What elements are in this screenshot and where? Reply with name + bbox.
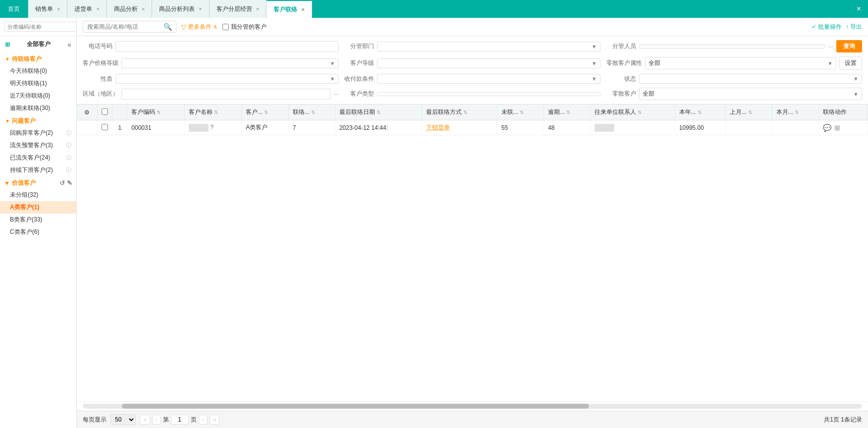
region-label: 区域（地区） bbox=[83, 90, 118, 98]
th-last-contact-method[interactable]: 最后联络方式 ⇅ bbox=[422, 105, 497, 120]
my-customers-check[interactable] bbox=[222, 24, 229, 30]
sidebar-item-declining[interactable]: 持续下滑客户(2) ⓘ bbox=[0, 164, 76, 176]
export-icon: ↑ bbox=[846, 23, 849, 30]
select-all-checkbox[interactable] bbox=[102, 108, 108, 115]
filter-search-input[interactable] bbox=[87, 23, 162, 30]
prev-page-btn[interactable]: ‹ bbox=[152, 415, 161, 425]
tab-customer-segment-close[interactable]: × bbox=[256, 6, 259, 12]
filter-search-box: 🔍 bbox=[83, 21, 176, 33]
dept-select[interactable]: ▼ bbox=[377, 42, 600, 52]
td-last-contact-method[interactable]: 下销货单 bbox=[422, 120, 497, 135]
filter-more-conditions[interactable]: ▽ 更多条件 ∧ bbox=[181, 23, 217, 31]
gear-icon[interactable]: ⚙ bbox=[84, 109, 90, 116]
tab-sales[interactable]: 销售单 × bbox=[28, 0, 67, 18]
tab-analysis-close[interactable]: × bbox=[142, 6, 145, 12]
status-select[interactable]: ▼ bbox=[639, 74, 862, 84]
my-customers-checkbox[interactable]: 我分管的客户 bbox=[222, 23, 267, 31]
sidebar-item-today[interactable]: 今天待联络(0) bbox=[0, 65, 76, 77]
retail-customer-select[interactable]: 全部 ▼ bbox=[639, 88, 862, 100]
name-sort-icon: ⇅ bbox=[214, 109, 218, 115]
tab-analysis-list[interactable]: 商品分析列表 × bbox=[152, 0, 209, 18]
region-input[interactable] bbox=[121, 89, 330, 100]
person-select[interactable] bbox=[639, 45, 825, 49]
last-page-btn[interactable]: » bbox=[210, 415, 220, 425]
tab-customer-contact[interactable]: 客户联络 × bbox=[267, 0, 312, 18]
person-dots[interactable]: ··· bbox=[828, 43, 833, 50]
sidebar-item-churn-warning[interactable]: 流失预警客户(3) ⓘ bbox=[0, 139, 76, 152]
funnel-icon: ▽ bbox=[181, 23, 186, 31]
qr-icon[interactable]: ⊞ bbox=[834, 124, 840, 132]
scrollbar-thumb[interactable] bbox=[122, 404, 590, 409]
filter-row-region: 区域（地区） ··· bbox=[83, 88, 338, 100]
query-button[interactable]: 查询 bbox=[836, 40, 862, 53]
tab-analysis-list-close[interactable]: × bbox=[199, 6, 202, 12]
tab-customer-contact-label: 客户联络 bbox=[273, 5, 297, 14]
next-page-btn[interactable]: › bbox=[199, 415, 208, 425]
first-page-btn[interactable]: « bbox=[140, 415, 150, 425]
th-name[interactable]: 客户名称 ⇅ bbox=[184, 105, 242, 120]
th-this-month[interactable]: 本月... ⇅ bbox=[772, 105, 818, 120]
value-edit-icon[interactable]: ✎ bbox=[67, 179, 72, 187]
sidebar-item-a-class[interactable]: A类客户(1) bbox=[0, 201, 76, 214]
sidebar-item-tomorrow[interactable]: 明天待联络(1) bbox=[0, 77, 76, 90]
tab-customer-segment[interactable]: 客户分层经营 × bbox=[210, 0, 267, 18]
sidebar-value-group[interactable]: ▼ 价值客户 ↺ ✎ bbox=[0, 176, 76, 189]
th-no-contact[interactable]: 未联... ⇅ bbox=[497, 105, 543, 120]
bulk-ops-btn[interactable]: ✓ 批量操作 bbox=[812, 23, 842, 31]
customer-type-select[interactable] bbox=[377, 92, 600, 96]
sidebar-search-input[interactable] bbox=[4, 22, 77, 32]
customer-name: ? bbox=[210, 124, 214, 131]
th-category[interactable]: 客户... ⇅ bbox=[242, 105, 288, 120]
nature-select[interactable]: ▼ bbox=[115, 74, 338, 84]
th-contact[interactable]: 联络... ⇅ bbox=[288, 105, 335, 120]
last-contact-method[interactable]: 下销货单 bbox=[426, 124, 450, 131]
tab-purchase[interactable]: 进货单 × bbox=[67, 0, 107, 18]
sidebar: 🔍 ⊞ 全部客户 « ▼ 待联络客户 今天待联络(0) 明天待联络(1) 近7天… bbox=[0, 18, 77, 428]
sidebar-item-b-class[interactable]: B类客户(33) bbox=[0, 214, 76, 226]
sidebar-item-ungrouped[interactable]: 未分组(32) bbox=[0, 189, 76, 201]
sidebar-item-repurchase-anomaly[interactable]: 回购异常客户(2) ⓘ bbox=[0, 127, 76, 139]
th-last-month[interactable]: 上月... ⇅ bbox=[725, 105, 772, 120]
filter-row-dept: 分管部门 ▼ bbox=[344, 40, 600, 53]
settings-button[interactable]: 设置 bbox=[839, 56, 862, 70]
tab-analysis[interactable]: 商品分析 × bbox=[107, 0, 152, 18]
td-checkbox bbox=[98, 120, 112, 135]
tab-customer-contact-close[interactable]: × bbox=[301, 6, 304, 12]
row-checkbox[interactable] bbox=[102, 124, 108, 130]
filter-row-price-level: 客户价格等级 ▼ bbox=[83, 56, 338, 70]
region-dots[interactable]: ··· bbox=[333, 91, 338, 98]
pending-group-label: 待联络客户 bbox=[12, 55, 42, 63]
value-refresh-icon[interactable]: ↺ bbox=[59, 179, 65, 187]
payment-select[interactable]: ▼ bbox=[377, 74, 600, 84]
sidebar-problem-group[interactable]: ▼ 问题客户 bbox=[0, 114, 76, 127]
th-overdue[interactable]: 逾期... ⇅ bbox=[544, 105, 591, 120]
filter-row-retail-attr: 零散客户属性 全部 ▼ 设置 bbox=[606, 56, 862, 70]
tab-bar-close[interactable]: × bbox=[850, 0, 868, 18]
horizontal-scrollbar[interactable] bbox=[83, 404, 862, 409]
sidebar-item-c-class[interactable]: C类客户(6) bbox=[0, 226, 76, 238]
value-group-label: 价值客户 bbox=[12, 179, 36, 187]
sidebar-item-overdue[interactable]: 逾期未联络(30) bbox=[0, 102, 76, 114]
all-customers-header[interactable]: ⊞ 全部客户 « bbox=[0, 36, 76, 53]
th-last-contact-date[interactable]: 最后联络日期 ⇅ bbox=[335, 105, 422, 120]
customer-level-select[interactable]: ▼ bbox=[377, 58, 600, 68]
th-unit-contact[interactable]: 往来单位联系人 ⇅ bbox=[591, 105, 675, 120]
th-code[interactable]: 客户编码 ⇅ bbox=[127, 105, 185, 120]
sidebar-item-churned[interactable]: 已流失客户(24) ⓘ bbox=[0, 152, 76, 164]
tab-purchase-close[interactable]: × bbox=[96, 6, 99, 12]
filter-search-icon[interactable]: 🔍 bbox=[163, 23, 172, 31]
sidebar-item-7days[interactable]: 近7天待联络(0) bbox=[0, 90, 76, 102]
phone-input[interactable] bbox=[115, 41, 338, 52]
chat-icon[interactable]: 💬 bbox=[823, 124, 831, 132]
tab-sales-close[interactable]: × bbox=[57, 6, 60, 12]
th-gear[interactable]: ⚙ bbox=[77, 105, 98, 120]
tab-home[interactable]: 首页 bbox=[0, 0, 28, 18]
export-btn[interactable]: ↑ 导出 bbox=[846, 23, 862, 31]
page-input[interactable] bbox=[171, 415, 189, 425]
price-level-select[interactable]: ▼ bbox=[121, 58, 338, 68]
collapse-icon[interactable]: « bbox=[67, 41, 71, 49]
th-this-year[interactable]: 本年... ⇅ bbox=[675, 105, 725, 120]
sidebar-pending-group[interactable]: ▼ 待联络客户 bbox=[0, 53, 76, 65]
page-size-select[interactable]: 20 50 100 bbox=[110, 414, 136, 425]
retail-attr-select[interactable]: 全部 ▼ bbox=[645, 57, 836, 69]
